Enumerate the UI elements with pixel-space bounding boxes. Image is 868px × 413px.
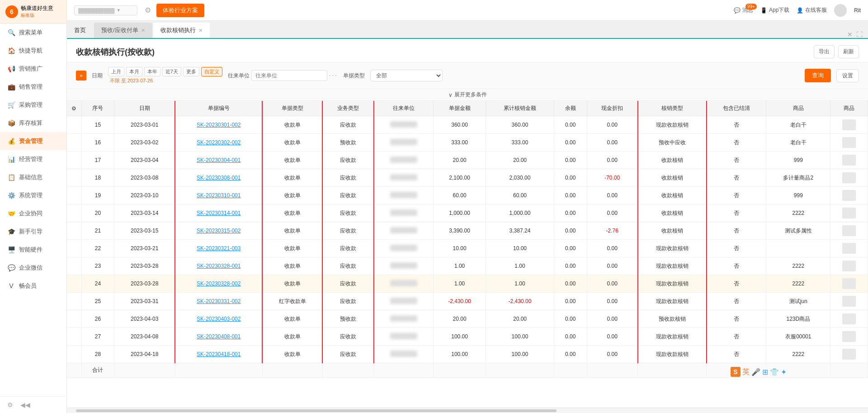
- online-service-btn[interactable]: 👤 在线客服: [797, 6, 827, 14]
- messages-btn[interactable]: 💬 消息 99+: [734, 6, 753, 14]
- cell-balance: 0.00: [554, 204, 587, 222]
- table-row[interactable]: 252023-03-31SK-20230331-002红字收款单应收款-2,43…: [67, 293, 868, 310]
- date-btn-本年[interactable]: 本年: [144, 67, 160, 76]
- sidebar-item-marketing[interactable]: 📢 营销推广: [0, 60, 66, 78]
- cell-settings: [67, 134, 81, 152]
- cell-bill_type: 收款单: [262, 328, 322, 346]
- brand-grid-icon: ⊞: [762, 368, 768, 376]
- cell-bill_num[interactable]: SK-20230310-001: [175, 187, 262, 204]
- cell-amount: 20.00: [434, 310, 486, 328]
- table-row[interactable]: 262023-04-03SK-20230403-002收款单预收款20.0020…: [67, 310, 868, 328]
- cell-goods: 999: [766, 187, 830, 204]
- table-row[interactable]: 282023-04-18SK-20230418-001收款单应收款100.001…: [67, 346, 868, 363]
- table-row[interactable]: 202023-03-14SK-20230314-001收款单应收款1,000.0…: [67, 204, 868, 222]
- cell-goods: 2222: [766, 257, 830, 275]
- sidebar-item-member[interactable]: V 畅会员: [0, 277, 66, 295]
- sidebar-item-basic[interactable]: 📋 基础信息: [0, 168, 66, 186]
- table-row[interactable]: 182023-03-08SK-20230308-001收款单应收款2,100.0…: [67, 169, 868, 187]
- table-row[interactable]: 162023-03-02SK-20230302-002收款单预收款333.003…: [67, 134, 868, 152]
- cell-bill_num[interactable]: SK-20230418-001: [175, 346, 262, 363]
- enterprise-selector[interactable]: ▓▓▓▓▓▓▓▓▓▓ ▼: [74, 5, 137, 15]
- sidebar-item-inventory[interactable]: 📦 库存核算: [0, 114, 66, 132]
- cell-bill_num[interactable]: SK-20230302-002: [175, 134, 262, 152]
- cell-bill_num[interactable]: SK-20230403-002: [175, 310, 262, 328]
- sidebar-item-finance[interactable]: 💰 资金管理: [0, 132, 66, 150]
- cell-bill_num[interactable]: SK-20230315-002: [175, 222, 262, 240]
- table-row[interactable]: 272023-04-08SK-20230408-001收款单应收款100.001…: [67, 328, 868, 346]
- sidebar: 6 畅康道好生意 标推版 🔍 搜索菜单 🏠 快捷导航 📢 营销推广 💼 销售管理…: [0, 0, 67, 413]
- tabs-maximize-icon[interactable]: ⛶: [856, 31, 863, 38]
- logo-line1: 畅康道好生意: [21, 5, 53, 12]
- table-row[interactable]: 212023-03-15SK-20230315-002收款单应收款3,390.0…: [67, 222, 868, 240]
- sidebar-item-purchase[interactable]: 🛒 采购管理: [0, 96, 66, 114]
- filter-settings-btn[interactable]: 设置: [836, 69, 859, 82]
- refresh-btn[interactable]: 刷新: [838, 45, 859, 58]
- app-download-btn[interactable]: 📱 App下载: [760, 6, 789, 14]
- cell-cash_discount: 0.00: [587, 257, 638, 275]
- cell-settings: [67, 222, 81, 240]
- cell-bill_num[interactable]: SK-20230328-002: [175, 275, 262, 293]
- industry-btn[interactable]: 体验行业方案: [156, 4, 204, 17]
- sidebar-settings-icon[interactable]: ⚙: [7, 401, 13, 408]
- scrollbar-area[interactable]: [67, 408, 868, 413]
- sidebar-item-guide[interactable]: 🎓 新手引导: [0, 223, 66, 241]
- table-row[interactable]: 232023-03-28SK-20230328-001收款单应收款1.001.0…: [67, 257, 868, 275]
- content-area: 收款核销执行(按收款) 导出 刷新 » 日期 上月本月本年近7天更多自定义不限 …: [67, 39, 868, 413]
- cell-date: 2023-03-28: [114, 257, 175, 275]
- sidebar-item-system[interactable]: ⚙️ 系统管理: [0, 186, 66, 204]
- unit-input[interactable]: [251, 70, 327, 81]
- sidebar-item-operations[interactable]: 📊 经营管理: [0, 150, 66, 168]
- sidebar-collapse-icon[interactable]: ◀◀: [20, 401, 30, 408]
- table-row[interactable]: 222023-03-21SK-20230321-003收款单应收款10.0010…: [67, 240, 868, 257]
- cell-bill_num[interactable]: SK-20230328-001: [175, 257, 262, 275]
- table-row[interactable]: 152023-03-01SK-20230301-002收款单应收款360.003…: [67, 116, 868, 134]
- sidebar-item-quick[interactable]: 🏠 快捷导航: [0, 42, 66, 60]
- tab-cancel[interactable]: 收款核销执行✕: [153, 23, 210, 38]
- cell-bill_num[interactable]: SK-20230308-001: [175, 169, 262, 187]
- cell-unit: [374, 240, 434, 257]
- tab-home[interactable]: 首页: [67, 23, 93, 38]
- cell-date: 2023-04-08: [114, 328, 175, 346]
- cell-bill_num[interactable]: SK-20230408-001: [175, 328, 262, 346]
- date-btn-更多[interactable]: 更多: [183, 67, 199, 76]
- cell-bill_num[interactable]: SK-20230304-001: [175, 152, 262, 169]
- cell-date: 2023-03-02: [114, 134, 175, 152]
- sidebar-item-cooperation[interactable]: 🤝 企业协同: [0, 204, 66, 223]
- cell-cash_discount: 0.00: [587, 204, 638, 222]
- tab-prepay[interactable]: 预收/应收付单✕: [94, 23, 152, 38]
- table-row[interactable]: 242023-03-28SK-20230328-002收款单应收款1.001.0…: [67, 275, 868, 293]
- cell-bill_num[interactable]: SK-20230314-001: [175, 204, 262, 222]
- col-header-settings[interactable]: ⚙: [67, 101, 81, 116]
- cell-cancel_type: 收款核销: [638, 152, 707, 169]
- tab-close-prepay[interactable]: ✕: [141, 28, 145, 33]
- sidebar-item-hardware[interactable]: 🖥️ 智能硬件: [0, 241, 66, 259]
- sidebar-item-wechat[interactable]: 💬 企业微信: [0, 259, 66, 277]
- query-btn[interactable]: 查询: [805, 69, 831, 82]
- topbar-settings-icon[interactable]: ⚙: [145, 6, 151, 14]
- date-btn-近7天[interactable]: 近7天: [162, 67, 181, 76]
- date-btn-上月[interactable]: 上月: [108, 67, 124, 76]
- cell-biz_type: 应收款: [322, 293, 373, 310]
- cell-no: 22: [81, 240, 114, 257]
- cell-bill_num[interactable]: SK-20230321-003: [175, 240, 262, 257]
- expand-more-btn[interactable]: ∨ 展开更多条件: [448, 91, 487, 99]
- filter-expand-btn[interactable]: »: [76, 71, 86, 81]
- tab-close-cancel[interactable]: ✕: [198, 28, 203, 33]
- sidebar-item-sales[interactable]: 💼 销售管理: [0, 78, 66, 96]
- tabs-close-icon[interactable]: ✕: [847, 31, 853, 38]
- cell-goods: 2222: [766, 275, 830, 293]
- date-btn-本月[interactable]: 本月: [126, 67, 142, 76]
- cell-bill_num[interactable]: SK-20230301-002: [175, 116, 262, 134]
- table-row[interactable]: 192023-03-10SK-20230310-001收款单应收款60.0060…: [67, 187, 868, 204]
- table-row[interactable]: 172023-03-04SK-20230304-001收款单应收款20.0020…: [67, 152, 868, 169]
- scrollbar-thumb[interactable]: [76, 409, 557, 412]
- brand-overlay: S 英 🎤 ⊞ 👕 ✦: [731, 367, 787, 377]
- bill-type-select[interactable]: 全部: [370, 70, 443, 81]
- col-header-amount: 单据金额: [434, 101, 486, 116]
- sidebar-item-search[interactable]: 🔍 搜索菜单: [0, 24, 66, 42]
- cell-bill_num[interactable]: SK-20230331-002: [175, 293, 262, 310]
- cell-no: 15: [81, 116, 114, 134]
- expand-more-label: 展开更多条件: [454, 91, 487, 99]
- export-btn[interactable]: 导出: [814, 45, 835, 58]
- custom-date-btn[interactable]: 自定义: [201, 67, 222, 76]
